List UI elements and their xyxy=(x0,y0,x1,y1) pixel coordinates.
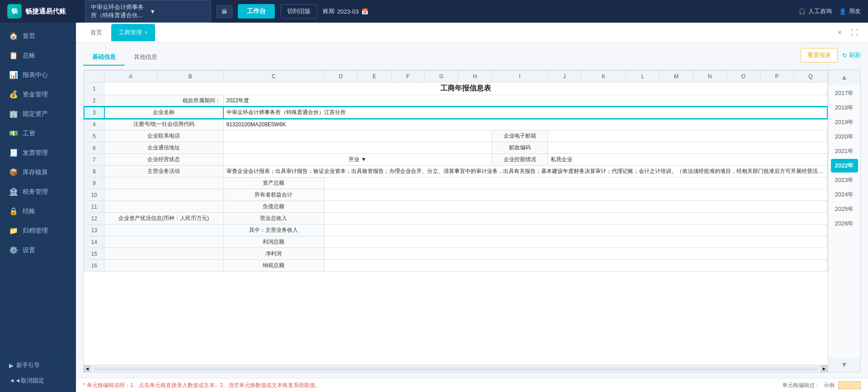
sidebar-item-ledger[interactable]: 📋 总账 xyxy=(0,46,76,65)
unpin-btn[interactable]: ◄◄取消固定 xyxy=(7,375,69,387)
invoice-icon: 🧾 xyxy=(9,148,18,157)
user-area[interactable]: 👤 用友 xyxy=(839,7,861,15)
refresh-button[interactable]: ↻ 刷新 xyxy=(842,51,861,59)
label-net-profit-header xyxy=(104,248,223,260)
year-item-2024[interactable]: 2024年 xyxy=(831,188,858,201)
sidebar-item-invoice[interactable]: 🧾 发票管理 xyxy=(0,143,76,163)
year-item-2019[interactable]: 2019年 xyxy=(831,115,858,129)
year-item-2017[interactable]: 2017年 xyxy=(831,86,858,100)
data-cell-regnum[interactable]: 91320100MA208E5W6K xyxy=(223,119,827,130)
row-num-10: 10 xyxy=(84,189,104,201)
data-cell-address[interactable] xyxy=(223,142,492,154)
calendar-icon[interactable]: 📅 xyxy=(361,8,368,15)
table-row: 9 资产总额 xyxy=(84,177,827,189)
year-item-2022[interactable]: 2022年 xyxy=(831,159,858,172)
sidebar-item-salary[interactable]: 💵 工资 xyxy=(0,124,76,143)
close-period-icon: 🔒 xyxy=(9,207,18,215)
sidebar-item-close[interactable]: 🔒 结账 xyxy=(0,201,76,221)
sidebar-item-settings[interactable]: ⚙️ 设置 xyxy=(0,240,76,260)
company-selector[interactable]: 中审众环会计师事务所（特殊普通合伙... ▼ xyxy=(85,0,211,23)
year-item-2018[interactable]: 2018年 xyxy=(831,101,858,115)
data-cell-total-profit[interactable] xyxy=(324,236,827,248)
data-cell-main-biz[interactable]: 审查企业会计报表；出具审计报告；验证企业资本；出具验资报告；办理企业合开、分立、… xyxy=(223,166,827,177)
table-row: 6 企业通信地址 邮政编码 xyxy=(84,142,827,154)
data-cell-main-revenue[interactable] xyxy=(324,225,827,236)
col-L: L xyxy=(626,71,660,82)
data-cell-equity[interactable] xyxy=(324,189,827,201)
data-cell-total-debt[interactable] xyxy=(324,201,827,213)
data-cell-postcode[interactable] xyxy=(547,142,827,154)
data-cell-phone[interactable] xyxy=(223,130,492,142)
tab-close-btn[interactable]: × xyxy=(145,29,148,36)
sidebar-item-archive[interactable]: 📁 归档管理 xyxy=(0,221,76,240)
sidebar-item-finance[interactable]: 💰 资金管理 xyxy=(0,85,76,104)
table-row: 1 工商年报信息表 xyxy=(84,82,827,95)
sub-tab-basic[interactable]: 基础信息 xyxy=(83,49,125,66)
row-num-2: 2 xyxy=(84,95,104,107)
app-title: 畅捷通易代账 xyxy=(25,7,66,16)
sidebar-item-tax[interactable]: 🏦 税务管理 xyxy=(0,182,76,201)
workbench-button[interactable]: 工作台 xyxy=(238,4,275,19)
sidebar-label-home: 首页 xyxy=(23,32,35,40)
example-label: 示例 xyxy=(824,382,835,389)
support-area[interactable]: 🎧 人工咨询 xyxy=(798,7,832,15)
sidebar-item-asset[interactable]: 🏢 固定资产 xyxy=(0,104,76,124)
company-icon-btn[interactable]: 🏛 xyxy=(217,5,232,18)
sheet-table-container[interactable]: A B C D E F G H I J xyxy=(84,70,828,365)
col-D: D xyxy=(324,71,358,82)
year-scroll-down-btn[interactable]: ▼ xyxy=(828,358,860,372)
year-item-2023[interactable]: 2023年 xyxy=(831,173,858,187)
sidebar-item-inventory[interactable]: 📦 库存核算 xyxy=(0,163,76,182)
new-guide-btn[interactable]: ▶ 新手引导 xyxy=(7,359,69,371)
window-expand-btn[interactable]: ⛶ xyxy=(848,28,861,38)
data-cell-holding[interactable]: 私营企业 xyxy=(547,154,827,166)
data-cell-net-profit[interactable] xyxy=(324,248,827,260)
row-num-9: 9 xyxy=(84,177,104,189)
content-area: 首页 工商管理 × × ⛶ 基础信息 其他信息 xyxy=(76,23,868,392)
company-name-label: 中审众环会计师事务所（特殊普通合伙... xyxy=(91,3,146,19)
tab-commerce[interactable]: 工商管理 × xyxy=(111,24,155,41)
data-cell-total-assets[interactable] xyxy=(324,177,827,189)
data-cell-total-tax[interactable] xyxy=(324,260,827,272)
refresh-icon: ↻ xyxy=(842,52,847,59)
year-item-2021[interactable]: 2021年 xyxy=(831,144,858,158)
tab-commerce-label: 工商管理 xyxy=(118,29,142,37)
table-row: 16 纳税总额 xyxy=(84,260,827,272)
row-num-4: 4 xyxy=(84,119,104,130)
label-debt-header xyxy=(104,201,223,213)
row-num-13: 13 xyxy=(84,225,104,236)
data-cell-period[interactable]: 2022年度 xyxy=(223,95,827,107)
label-total-tax: 纳税总额 xyxy=(223,260,324,272)
data-cell-biz-status[interactable]: 开业 ▼ xyxy=(223,154,492,166)
data-cell-total-revenue[interactable] xyxy=(324,213,827,225)
sidebar-item-home[interactable]: 🏠 首页 xyxy=(0,26,76,46)
tab-home[interactable]: 首页 xyxy=(83,24,109,41)
sheet-title-cell[interactable]: 工商年报信息表 xyxy=(104,82,827,95)
data-cell-company-name[interactable]: 中审众环会计师事务所（特殊普通合伙）江苏分所 xyxy=(223,107,827,119)
data-cell-email[interactable] xyxy=(547,130,827,142)
example-color-box xyxy=(838,381,861,389)
year-item-2025[interactable]: 2025年 xyxy=(831,202,858,216)
archive-icon: 📁 xyxy=(9,226,18,235)
label-profit-header xyxy=(104,236,223,248)
year-item-2026[interactable]: 2026年 xyxy=(831,217,858,230)
scroll-track[interactable] xyxy=(93,367,819,371)
row-num-8: 8 xyxy=(84,166,104,177)
sub-tab-other[interactable]: 其他信息 xyxy=(125,49,166,66)
window-close-btn[interactable]: × xyxy=(835,28,844,38)
col-E: E xyxy=(358,71,391,82)
old-version-button[interactable]: 切到旧版 xyxy=(280,4,317,19)
spreadsheet-wrapper: A B C D E F G H I J xyxy=(83,70,861,373)
col-header-row: A B C D E F G H I J xyxy=(84,71,827,82)
sidebar-item-report[interactable]: 📊 报表中心 xyxy=(0,65,76,85)
scroll-left-btn[interactable]: ◄ xyxy=(84,365,91,373)
inventory-icon: 📦 xyxy=(9,168,18,177)
year-item-2020[interactable]: 2020年 xyxy=(831,130,858,143)
col-C: C xyxy=(223,71,324,82)
year-scroll-up-btn[interactable]: ▲ xyxy=(828,70,860,85)
table-row: 14 利润总额 xyxy=(84,236,827,248)
label-main-revenue: 其中：主营业务收入 xyxy=(223,225,324,236)
horizontal-scrollbar[interactable]: ◄ ► xyxy=(84,365,828,372)
reset-report-button[interactable]: 重置报表 xyxy=(801,48,838,62)
scroll-right-btn[interactable]: ► xyxy=(821,365,828,373)
